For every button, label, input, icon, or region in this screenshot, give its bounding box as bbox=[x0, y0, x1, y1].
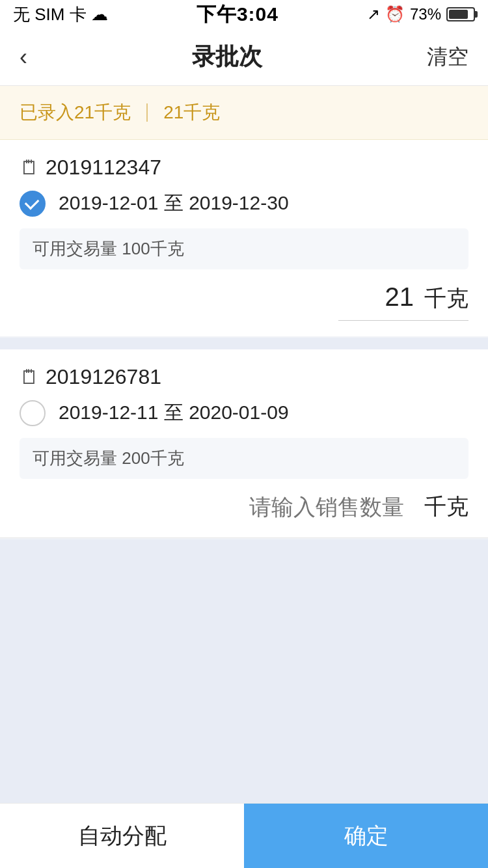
info-banner: 已录入21千克 21千克 bbox=[0, 86, 488, 140]
batch-card-2-inner: 🗒 2019126781 2019-12-11 至 2020-01-09 可用交… bbox=[0, 349, 488, 479]
qty-number-1: 21 bbox=[385, 282, 414, 312]
recorded-qty: 已录入21千克 bbox=[20, 100, 131, 125]
batch-id-1: 2019112347 bbox=[46, 156, 161, 180]
date-row-2: 2019-12-11 至 2020-01-09 bbox=[20, 400, 468, 426]
batch-card-1: 🗒 2019112347 2019-12-01 至 2019-12-30 可用交… bbox=[0, 140, 488, 336]
clear-button[interactable]: 清空 bbox=[427, 43, 468, 72]
empty-area bbox=[0, 539, 488, 803]
avail-qty-2: 可用交易量 200千克 bbox=[20, 438, 468, 479]
qty-unit-2: 千克 bbox=[424, 492, 468, 522]
date-row-1: 2019-12-01 至 2019-12-30 bbox=[20, 190, 468, 217]
status-time: 下午3:04 bbox=[197, 1, 278, 28]
qty-unit-1: 千克 bbox=[424, 284, 468, 314]
battery-icon bbox=[446, 7, 475, 21]
status-left: 无 SIM 卡 ☁ bbox=[13, 3, 108, 26]
batch-id-2: 2019126781 bbox=[46, 365, 161, 389]
qty-value-row-1: 21 千克 bbox=[0, 269, 488, 314]
info-divider bbox=[146, 103, 148, 122]
nav-bar: ‹ 录批次 清空 bbox=[0, 29, 488, 86]
batch-icon-1: 🗒 bbox=[20, 157, 39, 179]
bottom-buttons: 自动分配 确定 bbox=[0, 803, 488, 868]
date-range-1: 2019-12-01 至 2019-12-30 bbox=[59, 190, 289, 217]
auto-distribute-button[interactable]: 自动分配 bbox=[0, 804, 244, 868]
page-title: 录批次 bbox=[192, 41, 262, 73]
batch-id-row-1: 🗒 2019112347 bbox=[20, 156, 468, 180]
date-range-2: 2019-12-11 至 2020-01-09 bbox=[59, 400, 289, 426]
confirm-button[interactable]: 确定 bbox=[244, 804, 488, 868]
batch-card-1-inner: 🗒 2019112347 2019-12-01 至 2019-12-30 可用交… bbox=[0, 140, 488, 269]
qty-input-2[interactable] bbox=[20, 495, 414, 520]
qty-divider-1 bbox=[338, 320, 468, 321]
alarm-icon: ⏰ bbox=[385, 5, 405, 23]
status-right: ↗ ⏰ 73% bbox=[367, 5, 475, 23]
total-qty: 21千克 bbox=[163, 100, 220, 125]
avail-qty-1: 可用交易量 100千克 bbox=[20, 228, 468, 269]
back-button[interactable]: ‹ bbox=[20, 44, 27, 71]
separator bbox=[0, 338, 488, 349]
qty-input-row-2: 千克 bbox=[0, 479, 488, 538]
sim-text: 无 SIM 卡 ☁ bbox=[13, 3, 108, 26]
radio-btn-1[interactable] bbox=[20, 191, 46, 217]
radio-btn-2[interactable] bbox=[20, 400, 46, 426]
location-icon: ↗ bbox=[367, 5, 380, 23]
batch-card-2: 🗒 2019126781 2019-12-11 至 2020-01-09 可用交… bbox=[0, 349, 488, 538]
battery-percent: 73% bbox=[410, 5, 441, 23]
status-bar: 无 SIM 卡 ☁ 下午3:04 ↗ ⏰ 73% bbox=[0, 0, 488, 29]
batch-id-row-2: 🗒 2019126781 bbox=[20, 365, 468, 389]
batch-icon-2: 🗒 bbox=[20, 366, 39, 388]
